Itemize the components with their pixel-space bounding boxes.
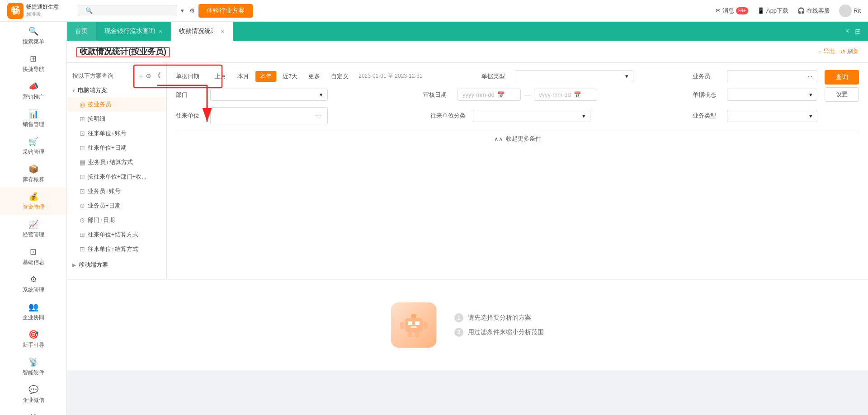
- setting-btn[interactable]: 设置: [825, 87, 859, 102]
- counterpart-category-label: 往来单位分类: [430, 112, 466, 120]
- sidebar-item-system[interactable]: ⚙ 系统管理: [0, 270, 66, 297]
- date-tab-custom[interactable]: 自定义: [326, 71, 353, 82]
- sidebar-item-purchase[interactable]: 🛒 采购管理: [0, 132, 66, 160]
- sidebar-item-operations[interactable]: 📈 经营管理: [0, 215, 66, 242]
- unit-settle2-label: 往来单位+结算方式: [88, 245, 138, 253]
- sidebar-item-member[interactable]: V 畅会员: [0, 408, 66, 415]
- robot-svg: [398, 309, 429, 341]
- schema-item-salesperson-settle[interactable]: ▦ 业务员+结算方式: [67, 155, 166, 170]
- export-btn[interactable]: ↑ 导出: [819, 47, 835, 56]
- schema-item-salesperson-date[interactable]: ⊙ 业务员+日期: [67, 198, 166, 213]
- schema-item-by-detail[interactable]: ⊞ 按明细: [67, 112, 166, 126]
- sidebar-item-marketing[interactable]: 📣 营销推广: [0, 77, 66, 104]
- schema-item-unit-date[interactable]: ⊡ 往来单位+日期: [67, 141, 166, 155]
- audit-date-range: yyyy-mm-dd 📅 — yyyy-mm-dd 📅: [458, 89, 597, 101]
- sidebar-label-marketing: 营销推广: [23, 93, 44, 101]
- schema-item-by-salesperson[interactable]: ◎ 按业务员: [67, 97, 166, 112]
- tab-receipt-stats[interactable]: 收款情况统计 ×: [171, 22, 233, 41]
- counterpart-ellipsis-btn[interactable]: ···: [313, 110, 323, 122]
- collapse-bar[interactable]: ∧∧ 收起更多条件: [176, 131, 859, 146]
- schema-group-desktop-title[interactable]: ▾ 电脑端方案: [67, 84, 166, 97]
- nav-dropdown-btn[interactable]: ▾: [181, 7, 184, 14]
- schema-collapse-btn[interactable]: 《: [154, 72, 160, 80]
- sidebar-item-basic-info[interactable]: ⊡ 基础信息: [0, 242, 66, 270]
- date-tab-this-month[interactable]: 本月: [233, 71, 254, 82]
- date-tab-last-7[interactable]: 近7天: [278, 71, 302, 82]
- doc-status-select[interactable]: ▾: [727, 89, 817, 101]
- audit-date-from[interactable]: yyyy-mm-dd 📅: [458, 89, 521, 101]
- member-icon: V: [28, 412, 38, 415]
- empty-robot-icon: [391, 302, 436, 348]
- tab-bank-flow-close[interactable]: ×: [159, 28, 162, 35]
- salesperson-select[interactable]: ···: [727, 70, 817, 82]
- user-area[interactable]: Rit: [839, 5, 861, 17]
- sidebar-item-sales[interactable]: 📊 销售管理: [0, 104, 66, 132]
- tab-bar-close-all[interactable]: ×: [844, 25, 851, 37]
- sidebar-item-search-menu[interactable]: 🔍 搜索菜单: [0, 22, 66, 49]
- try-industry-btn[interactable]: 体验行业方案: [198, 4, 253, 18]
- counterpart-category-select[interactable]: ▾: [473, 110, 590, 122]
- svg-rect-6: [415, 321, 420, 325]
- schema-group-mobile-title[interactable]: ▶ 移动端方案: [67, 258, 166, 272]
- sidebar-item-smart-hw[interactable]: 📡 智能硬件: [0, 353, 66, 380]
- salesperson-date-icon: ⊙: [80, 202, 85, 209]
- sidebar-item-beginner[interactable]: 🎯 新手引导: [0, 325, 66, 353]
- schema-item-unit-settle2[interactable]: ⊡ 往来单位+结算方式: [67, 242, 166, 256]
- user-name: Rit: [854, 7, 861, 14]
- unit-settle1-label: 往来单位+结算方式: [88, 231, 138, 239]
- schema-add-btn[interactable]: +: [139, 72, 143, 80]
- sidebar-item-enterprise-wechat[interactable]: 💬 企业微信: [0, 380, 66, 408]
- schema-item-unit-settle1[interactable]: ⊞ 往来单位+结算方式: [67, 227, 166, 242]
- by-detail-icon: ⊞: [80, 115, 85, 123]
- audit-date-to[interactable]: yyyy-mm-dd 📅: [534, 89, 597, 101]
- date-tab-last-month[interactable]: 上月: [210, 71, 231, 82]
- counterpart-select[interactable]: ···: [210, 107, 328, 124]
- app-download-btn[interactable]: 📱 App下载: [757, 7, 788, 15]
- doc-type-select[interactable]: ▾: [516, 70, 633, 82]
- schema-sidebar: 按以下方案查询 + ⚙ 《 ▾ 电脑端方案: [67, 63, 166, 279]
- sidebar-item-finance[interactable]: 💰 资金管理: [0, 187, 66, 215]
- counterpart-label: 往来单位: [176, 112, 203, 120]
- unit-date-label: 往来单位+日期: [88, 144, 127, 152]
- logo-area: 畅 畅捷通好生意 标准版: [7, 3, 74, 19]
- enterprise-icon: 👥: [28, 302, 38, 312]
- gear-settings-btn[interactable]: ⚙: [189, 7, 195, 14]
- online-service-label: 在线客服: [807, 7, 830, 15]
- sidebar-item-quick-nav[interactable]: ⊞ 快捷导航: [0, 49, 66, 77]
- filter-form: 单据日期 上月 本月 本年 近7天 更多 自定义 2023-01-01 至 20…: [167, 63, 868, 279]
- empty-step2-text: 用过滤条件来缩小分析范围: [468, 328, 544, 336]
- schema-group-mobile: ▶ 移动端方案: [67, 258, 166, 272]
- messages-btn[interactable]: ✉ 消息 99+: [716, 7, 748, 15]
- biz-type-select[interactable]: ▾: [727, 110, 817, 122]
- tab-home[interactable]: 首页: [67, 22, 96, 41]
- refresh-icon: ↺: [840, 48, 845, 55]
- sidebar-item-inventory[interactable]: 📦 库存核算: [0, 160, 66, 187]
- logo-version: 标准版: [26, 11, 59, 18]
- schema-item-dept-date[interactable]: ⊙ 部门+日期: [67, 213, 166, 227]
- tab-bar-maximize[interactable]: ⊞: [853, 25, 863, 38]
- empty-step1-text: 请先选择要分析的方案: [468, 314, 531, 322]
- schema-settings-btn[interactable]: ⚙: [146, 72, 151, 80]
- date-tab-this-year[interactable]: 本年: [255, 71, 276, 82]
- date-tab-more[interactable]: 更多: [304, 71, 325, 82]
- refresh-btn[interactable]: ↺ 刷新: [840, 47, 859, 56]
- schema-item-unit-dept-receive[interactable]: ⊡ 按往来单位+部门+收...: [67, 170, 166, 184]
- empty-step-2: 2 用过滤条件来缩小分析范围: [454, 328, 544, 337]
- by-salesperson-icon: ◎: [80, 101, 85, 108]
- dept-select[interactable]: ▾: [210, 89, 328, 101]
- desktop-group-label: 电脑端方案: [78, 86, 107, 94]
- calendar-icon-to: 📅: [574, 91, 581, 98]
- phone-icon: 📱: [757, 7, 764, 14]
- schema-item-unit-account[interactable]: ⊡ 往来单位+账号: [67, 126, 166, 141]
- tab-receipt-stats-close[interactable]: ×: [221, 28, 224, 35]
- export-icon: ↑: [819, 48, 822, 55]
- query-btn[interactable]: 查询: [825, 70, 859, 85]
- online-service-btn[interactable]: 🎧 在线客服: [797, 7, 830, 15]
- sidebar-item-enterprise[interactable]: 👥 企业协同: [0, 297, 66, 325]
- schema-item-salesperson-account[interactable]: ⊡ 业务员+账号: [67, 184, 166, 198]
- empty-step-1: 1 请先选择要分析的方案: [454, 313, 544, 322]
- date-label: 单据日期: [176, 72, 203, 80]
- header-search-bar[interactable]: 🔍: [78, 5, 177, 16]
- sidebar-label-search-menu: 搜索菜单: [23, 38, 44, 46]
- tab-bank-flow[interactable]: 现金银行流水查询 ×: [96, 22, 171, 41]
